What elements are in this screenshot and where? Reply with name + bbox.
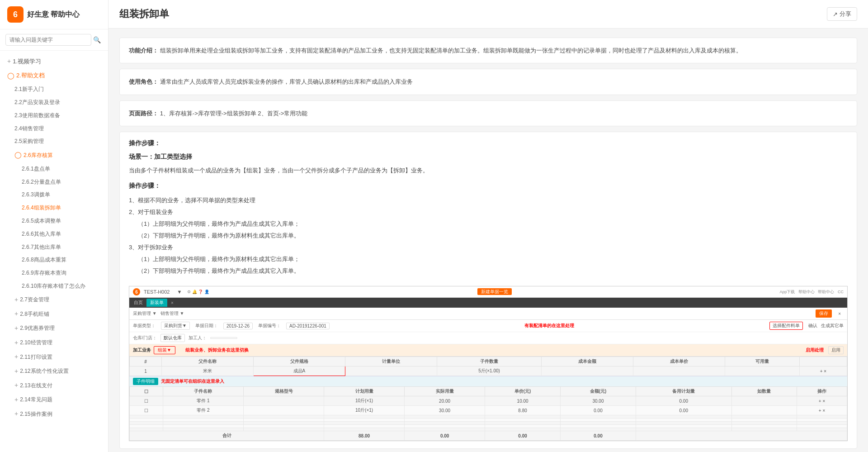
sidebar-item-2-6-8[interactable]: 2.6.8商品成本重算: [0, 253, 108, 266]
mock-th-seq: #: [130, 357, 162, 366]
expand-icon-2-14: +: [14, 395, 18, 404]
sidebar-item-2-6-6[interactable]: 2.6.6其他入库单: [0, 228, 108, 241]
mock-upper-table: # 父件名称 父件规格 计量单位 子件数量 成本金额 成本单价 可用量: [129, 357, 847, 376]
mock-lt-th-check: ☐: [130, 387, 163, 396]
mock-sub-form: 仓库/门店： 默认仓库 加工人：: [129, 332, 847, 344]
sidebar-item-1[interactable]: + 1.视频学习: [0, 54, 108, 69]
sidebar-item-2-10[interactable]: + 2.10经营管理: [0, 336, 108, 350]
sidebar-item-2-11[interactable]: + 2.11打印设置: [0, 350, 108, 364]
mock-cell-costamt-1: [542, 366, 633, 376]
mock-th-avail: 可用量: [725, 357, 800, 366]
mock-assembly-btn: 选择配件料单: [769, 322, 803, 330]
mock-cell-costprice-1: [633, 366, 725, 376]
search-button[interactable]: 🔍: [91, 34, 103, 45]
mock-topbar: 6 TEST-H002 ▼ ⚙ 🔔 ❓ 👤 新建单据一览 App下载 帮助中心 …: [129, 286, 847, 298]
path-label: 页面路径：: [129, 110, 158, 117]
mock-th-cost-price: 成本单价: [633, 357, 725, 366]
step3-2: （2）下部明细为子件明细，最终作为产成品生成其它入库单。: [129, 265, 848, 277]
sidebar-item-2-15[interactable]: + 2.15操作案例: [0, 407, 108, 421]
search-input[interactable]: [5, 34, 91, 46]
mock-lt-th-remark: 备用计划量: [636, 387, 731, 396]
func-intro-text: 组装拆卸单用来处理企业组装或拆卸等加工业务，支持有固定装配清单的产品加工业务，也…: [160, 47, 742, 54]
nav-tree: + 1.视频学习 ◯ 2.帮助文档 2.1新手入门 2.2产品安装及登录 2.3…: [0, 51, 108, 452]
sidebar-item-2[interactable]: ◯ 2.帮助文档: [0, 69, 108, 83]
sidebar-item-2-4[interactable]: 2.4销售管理: [0, 122, 108, 135]
sidebar-item-2-6-7[interactable]: 2.6.7其他出库单: [0, 241, 108, 254]
mock-cell-qty-1: 5斤(×1.00): [437, 366, 542, 376]
sidebar-item-2-6-10[interactable]: 2.6.10库存账本错了怎么办: [0, 280, 108, 293]
sidebar-item-2-6-4[interactable]: 2.6.4组装拆卸单: [0, 201, 108, 214]
mock-enable-annotation: 启用处理: [806, 347, 824, 353]
mock-lt-th-plan-qty: 计划用量: [324, 387, 405, 396]
steps-main-title: 操作步骤：: [129, 139, 848, 147]
mock-cell-seq-1: 1: [130, 366, 162, 376]
mock-th-action: [799, 357, 847, 366]
mock-cell-avail-1: [725, 366, 800, 376]
mock-lt-row-1: ☐ 零件 1 10斤(×1) 20.00 10.00 30.00 0.00: [130, 396, 847, 406]
mock-th-parent-name: 父件名称: [162, 357, 254, 366]
expand-icon-2-6: ◯: [14, 151, 22, 160]
sidebar-item-2-5[interactable]: 2.5采购管理: [0, 135, 108, 148]
mock-logo: 6: [133, 288, 140, 295]
mock-qty-label: 加工人：: [189, 335, 207, 341]
screenshot-container: 6 TEST-H002 ▼ ⚙ 🔔 ❓ 👤 新建单据一览 App下载 帮助中心 …: [129, 286, 848, 441]
mock-footer-v3: 0.00: [485, 431, 561, 441]
mock-cell-unit-1: [345, 366, 437, 376]
mock-type-annotation: 组装业务、拆卸业务在这里切换: [185, 347, 249, 353]
sidebar-item-2-8[interactable]: + 2.8手机旺铺: [0, 307, 108, 321]
mock-top-right: App下载 帮助中心 帮助中心 CC: [779, 289, 844, 295]
mock-assemble-tab: 加工业务: [133, 347, 151, 353]
sidebar-item-2-14[interactable]: + 2.14常见问题: [0, 393, 108, 407]
share-icon: ↗: [833, 11, 838, 18]
mock-footer-v1: 88.00: [324, 431, 405, 441]
mock-dept-label: 仓库/门店：: [133, 335, 157, 341]
mock-lt-th-name: 子件名称: [163, 387, 243, 396]
sidebar-item-2-2[interactable]: 2.2产品安装及登录: [0, 96, 108, 109]
sidebar-item-2-3[interactable]: 2.3使用前数据准备: [0, 109, 108, 122]
page-title: 组装拆卸单: [119, 7, 169, 21]
logo-icon: 6: [7, 6, 24, 23]
step2: 2、对于组装业务 （1）上部明细为父件明细，最终作为产成品生成其它入库单； （2…: [129, 206, 848, 242]
expand-icon-2-13: +: [14, 381, 18, 390]
sidebar-item-2-13[interactable]: + 2.13在线支付: [0, 378, 108, 393]
sidebar-item-2-7[interactable]: + 2.7资金管理: [0, 293, 108, 307]
mock-lt-th-remain: 如数量: [731, 387, 797, 396]
expand-icon-2-15: +: [14, 409, 18, 419]
mock-th-qty: 子件数量: [437, 357, 542, 366]
mock-nav-bar: 自页 新装单 ×: [129, 298, 847, 308]
sidebar-item-2-6-2[interactable]: 2.6.2分量盘点单: [0, 176, 108, 189]
mock-footer-label: 合计: [130, 431, 324, 441]
mock-type-switch: 加工业务 组装▼ 组装业务、拆卸业务在这里切换 启用处理 启用: [129, 344, 847, 357]
role-text: 通常由生产人员或库管人员完成拆装业务的操作，库管人员确认原材料的出库和产成品的入…: [160, 78, 413, 85]
sidebar-item-2-9[interactable]: + 2.9优惠券管理: [0, 321, 108, 336]
mock-lower-table: ☐ 子件名称 规格型号 计划用量 实际用量 单价(元) 金额(元) 备用计划量 …: [129, 386, 847, 441]
path-block: 页面路径： 1、库存核算->库存管理->组装拆卸单 2、首页->常用功能: [119, 100, 857, 126]
expand-icon-2-11: +: [14, 352, 18, 362]
mock-doc-form: 单据类型： 采购到货▼ 单据日期： 2019-12-26 单据编号： AD-20…: [129, 320, 847, 332]
sidebar-item-2-12[interactable]: + 2.12系统个性化设置: [0, 364, 108, 379]
sidebar-item-2-6-9[interactable]: 2.6.9库存账本查询: [0, 266, 108, 280]
mock-nav-home: 自页: [131, 299, 146, 307]
mock-top-dropdown: ▼: [177, 289, 182, 295]
mock-lower-annotation: 无固定清单可在组织在这里录入: [161, 378, 224, 385]
mock-th-unit: 计量单位: [345, 357, 437, 366]
mock-close-btn: ×: [835, 310, 844, 317]
mock-cell-spec-1: 成品A: [253, 366, 345, 376]
sidebar-item-2-1[interactable]: 2.1新手入门: [0, 83, 108, 96]
logo-area: 6 好生意 帮助中心: [0, 0, 108, 29]
mock-top-nav-btn: 新建单据一览: [213, 289, 776, 295]
sidebar-item-2-6[interactable]: ◯ 2.6库存核算: [0, 148, 108, 162]
sidebar-item-2-6-1[interactable]: 2.6.1盘点单: [0, 162, 108, 176]
sidebar-item-2-6-3[interactable]: 2.6.3调拨单: [0, 188, 108, 201]
sidebar-item-2-6-5[interactable]: 2.6.5成本调整单: [0, 214, 108, 228]
mock-doc-date-label: 单据日期：: [195, 323, 218, 329]
steps-sub-title: 操作步骤：: [129, 182, 848, 190]
mock-dept-value: 默认仓库: [160, 334, 185, 342]
expand-icon-2-12: +: [14, 367, 18, 376]
content-body: 功能介绍： 组装拆卸单用来处理企业组装或拆卸等加工业务，支持有固定装配清单的产品…: [108, 29, 868, 452]
expand-icon-2-10: +: [14, 338, 18, 347]
content-header: 组装拆卸单 ↗ 分享: [108, 0, 868, 29]
share-button[interactable]: ↗ 分享: [827, 7, 857, 21]
app-title: 好生意 帮助中心: [27, 10, 80, 19]
mock-doc-type-label: 单据类型：: [133, 323, 156, 329]
